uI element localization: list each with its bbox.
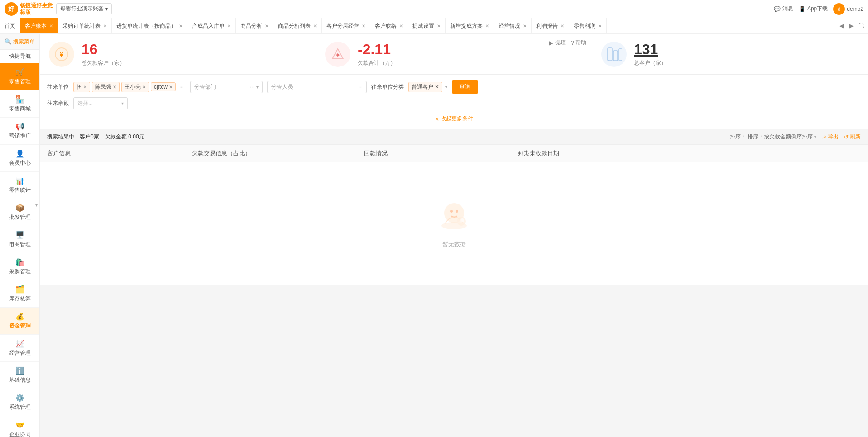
dept-select[interactable]: 分管部门 ··· ▾ [190, 81, 263, 93]
unit-label: 往来单位 [47, 83, 69, 91]
remove-wang-btn[interactable]: ✕ [142, 85, 146, 90]
top-bar-right: 💬 消息 📱 App下载 d demo2 [774, 3, 863, 15]
finance-icon: 💰 [15, 312, 24, 321]
member-icon: 👤 [15, 149, 24, 158]
unit-tag-chen: 陈民强 ✕ [92, 82, 120, 92]
sidebar-item-finance[interactable]: 💰 资金管理 [0, 308, 39, 335]
close-icon[interactable]: ✕ [561, 24, 564, 28]
sidebar-item-purchase[interactable]: 🛍️ 采购管理 [0, 253, 39, 280]
close-icon[interactable]: ✕ [313, 24, 317, 28]
close-icon[interactable]: ✕ [437, 24, 441, 28]
tab-retail-profit[interactable]: 零售利润 ✕ [569, 18, 607, 33]
basicinfo-icon: ℹ️ [15, 366, 24, 375]
tab-purchase-order[interactable]: 采购订单统计表 ✕ [58, 18, 112, 33]
sidebar-item-corp-coop[interactable]: 🤝 企业协同 [0, 416, 39, 437]
close-icon[interactable]: ✕ [227, 24, 231, 28]
sidebar-item-ecommerce[interactable]: 🖥️ 电商管理 [0, 226, 39, 253]
tab-customer-tier[interactable]: 客户分层经营 ✕ [322, 18, 370, 33]
sidebar-item-operations[interactable]: 📈 经营管理 [0, 335, 39, 362]
remove-cjttcw-btn[interactable]: ✕ [169, 85, 173, 90]
purchase-icon: 🛍️ [15, 258, 24, 266]
tab-product-inbound[interactable]: 产成品入库单 ✕ [187, 18, 236, 33]
nav-next-btn[interactable]: ▶ [847, 22, 855, 30]
nav-tabs: 首页 客户账本 ✕ 采购订单统计表 ✕ 进货单统计表（按商品） ✕ 产成品入库单… [0, 18, 868, 34]
top-bar-left: 好 畅捷通好生意 标版 母婴行业演示账套 ▾ [5, 2, 112, 16]
stats-icon: 📊 [15, 176, 24, 185]
balance-select[interactable]: 选择... ▾ [73, 97, 128, 109]
sort-select[interactable]: 排序： 排序：按欠款金额倒序排序 ▾ [730, 133, 816, 141]
remove-chen-btn[interactable]: ✕ [113, 85, 116, 90]
stat-icon-customers [601, 42, 627, 67]
refresh-btn[interactable]: ↺ 刷新 [844, 133, 861, 141]
unit-type-tag-normal: 普通客户 ✕ [408, 82, 442, 92]
help-link[interactable]: ? 帮助 [571, 39, 586, 47]
sidebar-quick-nav[interactable]: 快捷导航 [0, 50, 39, 63]
tab-product-analysis[interactable]: 商品分析 ✕ [236, 18, 273, 33]
collapse-row: ∧ 收起更多条件 [47, 113, 861, 126]
close-icon[interactable]: ✕ [399, 24, 403, 28]
app-download-btn[interactable]: 📱 App下载 [799, 5, 828, 13]
play-icon: ▶ [549, 40, 553, 46]
stat-label-debt: 欠款合计（万） [358, 59, 396, 67]
close-icon[interactable]: ✕ [49, 24, 53, 28]
message-btn[interactable]: 💬 消息 [774, 5, 793, 13]
tab-customer-contact[interactable]: 客户联络 ✕ [370, 18, 408, 33]
more-tags-btn[interactable]: ··· [177, 83, 186, 91]
message-icon: 💬 [774, 6, 781, 12]
export-btn[interactable]: ↗ 导出 [822, 133, 839, 141]
nav-expand-btn[interactable]: ⛶ [857, 22, 865, 30]
sidebar-item-retail-stats[interactable]: 📊 零售统计 [0, 172, 39, 199]
sidebar-item-batch-mgmt[interactable]: 📦 批发管理 ▾ [0, 199, 39, 226]
th-due: 到期未收款日期 [518, 149, 861, 157]
user-avatar-btn[interactable]: d demo2 [833, 3, 863, 15]
account-dropdown[interactable]: 母婴行业演示账套 ▾ [56, 3, 112, 14]
empty-text: 暂无数据 [442, 240, 466, 248]
video-link[interactable]: ▶ 视频 [549, 39, 566, 47]
sidebar-item-inventory[interactable]: 🗂️ 库存核算 [0, 280, 39, 308]
sidebar-item-member[interactable]: 👤 会员中心 [0, 145, 39, 172]
sidebar-item-retail-mgmt[interactable]: 🛒 零售管理 [0, 63, 39, 90]
settings-icon: ⚙️ [15, 394, 24, 402]
sidebar-item-retail-mall[interactable]: 🏪 零售商城 [0, 90, 39, 118]
close-icon[interactable]: ✕ [598, 24, 602, 28]
stat-number-customers: 131 [634, 42, 667, 57]
remove-type-btn[interactable]: ✕ [435, 84, 439, 90]
tab-business-status[interactable]: 经营情况 ✕ [494, 18, 532, 33]
close-icon[interactable]: ✕ [485, 24, 489, 28]
sidebar-item-sys-mgmt[interactable]: ⚙️ 系统管理 [0, 389, 39, 416]
type-chevron[interactable]: ▾ [445, 85, 447, 90]
svg-point-12 [460, 218, 464, 222]
sidebar: 🔍 搜索菜单 快捷导航 🛒 零售管理 🏪 零售商城 📢 营销推广 👤 会员中心 … [0, 34, 40, 437]
avatar: d [833, 3, 845, 15]
tab-home[interactable]: 首页 [0, 18, 20, 33]
unit-tag-cjttcw: cjttcw ✕ [151, 82, 176, 91]
tab-profit-report[interactable]: 利润报告 ✕ [532, 18, 569, 33]
nav-prev-btn[interactable]: ◀ [837, 22, 845, 30]
tab-customer-book[interactable]: 客户账本 ✕ [20, 18, 58, 33]
stat-number-debt: -2.11 [358, 42, 396, 57]
close-icon[interactable]: ✕ [523, 24, 527, 28]
query-button[interactable]: 查询 [452, 80, 478, 94]
expand-icon: ▾ [35, 203, 38, 208]
svg-rect-4 [608, 48, 612, 61]
operations-icon: 📈 [15, 339, 24, 348]
unit-tag-list: 伍 ✕ 陈民强 ✕ 王小亮 ✕ cjttcw ✕ ··· [73, 82, 186, 92]
close-icon[interactable]: ✕ [103, 24, 107, 28]
stat-card-debtors: ¥ 16 总欠款客户（家） [40, 34, 316, 74]
close-icon[interactable]: ✕ [179, 24, 182, 28]
sidebar-item-basic-info[interactable]: ℹ️ 基础信息 [0, 362, 39, 389]
tab-new-raise-plan[interactable]: 新增提成方案 ✕ [446, 18, 494, 33]
remove-wu-btn[interactable]: ✕ [83, 85, 87, 90]
tab-raise-settings[interactable]: 提成设置 ✕ [408, 18, 446, 33]
close-icon[interactable]: ✕ [265, 24, 269, 28]
sidebar-search[interactable]: 🔍 搜索菜单 [0, 34, 39, 50]
th-repay: 回款情况 [364, 149, 518, 157]
close-icon[interactable]: ✕ [362, 24, 365, 28]
th-debt: 欠款交易信息（占比） [192, 149, 364, 157]
tab-product-analysis-list[interactable]: 商品分析列表 ✕ [273, 18, 322, 33]
tab-inbound-stats[interactable]: 进货单统计表（按商品） ✕ [112, 18, 187, 33]
balance-label: 往来余额 [47, 100, 69, 107]
collapse-btn[interactable]: ∧ 收起更多条件 [435, 115, 473, 123]
sidebar-item-marketing[interactable]: 📢 营销推广 [0, 118, 39, 145]
person-select[interactable]: 分管人员 ··· [267, 81, 367, 93]
